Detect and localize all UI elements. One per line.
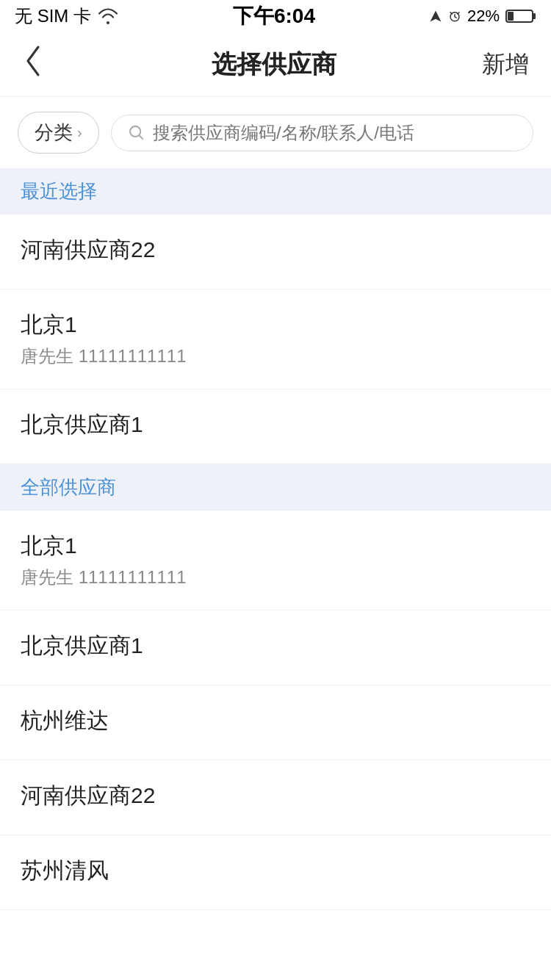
add-button[interactable]: 新增 — [482, 48, 529, 81]
chevron-right-icon: › — [77, 124, 82, 141]
status-left: 无 SIM 卡 — [15, 4, 119, 28]
svg-rect-3 — [508, 12, 514, 21]
svg-rect-2 — [533, 13, 536, 19]
location-icon — [429, 10, 442, 23]
all-items-list: 北京1唐先生 11111111111北京供应商1杭州维达河南供应商22苏州清风 — [0, 511, 551, 910]
recent-section-label: 最近选择 — [21, 180, 97, 202]
status-right: 22% — [429, 7, 536, 26]
item-name: 河南供应商22 — [21, 781, 530, 811]
back-icon — [22, 44, 44, 78]
item-sub: 唐先生 11111111111 — [21, 566, 530, 589]
all-section-label: 全部供应商 — [21, 476, 116, 498]
back-button[interactable] — [22, 44, 66, 84]
recent-items-list: 河南供应商22北京1唐先生 11111111111北京供应商1 — [0, 215, 551, 464]
item-name: 北京供应商1 — [21, 631, 530, 661]
list-item[interactable]: 河南供应商22 — [0, 760, 551, 835]
list-item[interactable]: 北京1唐先生 11111111111 — [0, 511, 551, 610]
search-icon — [128, 123, 145, 143]
search-box — [111, 115, 533, 151]
item-name: 北京供应商1 — [21, 410, 530, 440]
alarm-icon — [448, 10, 461, 23]
item-sub: 唐先生 11111111111 — [21, 345, 530, 368]
status-bar: 无 SIM 卡 下午6:04 22% — [0, 0, 551, 32]
item-name: 河南供应商22 — [21, 235, 530, 265]
category-label: 分类 — [35, 120, 73, 145]
wifi-icon — [97, 8, 119, 24]
status-time: 下午6:04 — [233, 2, 315, 30]
page-title: 选择供应商 — [212, 48, 336, 82]
category-button[interactable]: 分类 › — [18, 112, 99, 154]
recent-section-header: 最近选择 — [0, 168, 551, 215]
search-input[interactable] — [153, 123, 516, 143]
filter-bar: 分类 › — [0, 97, 551, 168]
item-name: 北京1 — [21, 310, 530, 340]
list-item[interactable]: 北京供应商1 — [0, 389, 551, 464]
list-item[interactable]: 苏州清风 — [0, 835, 551, 910]
battery-icon — [505, 9, 536, 24]
list-item[interactable]: 河南供应商22 — [0, 215, 551, 289]
carrier-text: 无 SIM 卡 — [15, 4, 91, 28]
list-item[interactable]: 北京1唐先生 11111111111 — [0, 289, 551, 389]
list-item[interactable]: 杭州维达 — [0, 685, 551, 760]
item-name: 苏州清风 — [21, 856, 530, 886]
list-item[interactable]: 北京供应商1 — [0, 610, 551, 685]
battery-text: 22% — [467, 7, 500, 26]
item-name: 北京1 — [21, 531, 530, 561]
item-name: 杭州维达 — [21, 706, 530, 736]
all-section-header: 全部供应商 — [0, 464, 551, 511]
nav-bar: 选择供应商 新增 — [0, 32, 551, 97]
